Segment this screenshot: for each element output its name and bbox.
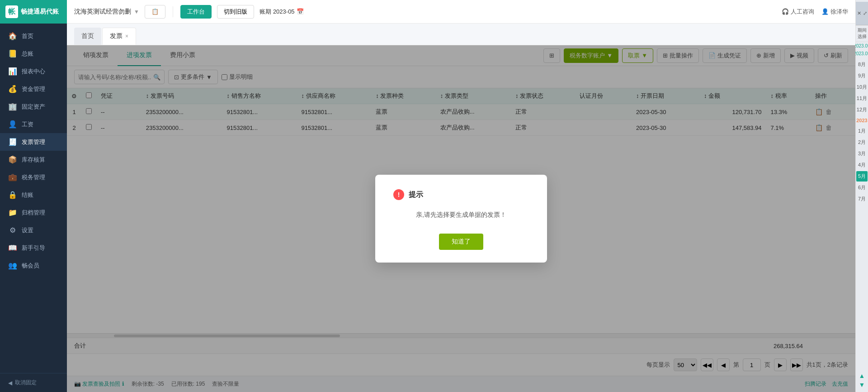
- sidebar-item-label: 报表中心: [22, 67, 45, 76]
- month-8[interactable]: 8月: [856, 59, 867, 70]
- modal-message: 亲,请先选择要生成单据的发票！: [416, 211, 506, 219]
- assets-icon: 🏢: [8, 102, 17, 111]
- switch-version-button[interactable]: 切到旧版: [217, 5, 254, 19]
- panel-nav: ▲ ▼: [859, 370, 865, 390]
- app-name: 畅捷通易代账: [21, 8, 59, 16]
- modal-warning-icon: !: [393, 189, 404, 200]
- content-area: 销项发票 进项发票 费用小票 ⊞ 税务数字账户 ▼ 取票 ▼ ⊞: [67, 45, 855, 392]
- sidebar-item-inventory[interactable]: 📦 库存核算: [0, 151, 67, 168]
- service-icon: 🎧: [782, 8, 789, 15]
- sidebar-item-home[interactable]: 🏠 首页: [0, 27, 67, 45]
- expand-panel-icon[interactable]: ⤢: [863, 10, 867, 16]
- month-1[interactable]: 1月: [856, 126, 867, 136]
- member-icon: 👥: [8, 261, 17, 270]
- home-icon: 🏠: [8, 32, 17, 40]
- service-label: 人工咨询: [791, 8, 814, 16]
- sidebar-item-funds[interactable]: 💰 资金管理: [0, 80, 67, 98]
- sidebar-item-tax[interactable]: 💼 税务管理: [0, 168, 67, 186]
- period-header: 期间选择: [856, 25, 868, 42]
- invoices-icon: 🧾: [8, 138, 17, 146]
- sidebar-item-close[interactable]: 🔒 结账: [0, 186, 67, 204]
- sidebar-item-ledger[interactable]: 📒 总账: [0, 45, 67, 62]
- close-period-icon: 🔒: [8, 191, 17, 199]
- month-2[interactable]: 2月: [856, 137, 867, 148]
- right-panel-header: ✕ ⤢: [856, 2, 868, 25]
- logo-icon: 帐: [5, 5, 18, 18]
- pin-icon: ◀: [8, 380, 12, 386]
- archive-icon: 📁: [8, 208, 17, 217]
- sidebar-item-label: 固定资产: [22, 103, 45, 111]
- inventory-icon: 📦: [8, 155, 17, 164]
- reports-icon: 📊: [8, 67, 17, 76]
- sidebar-item-label: 设置: [22, 226, 33, 234]
- sidebar-nav: 🏠 首页 📒 总账 📊 报表中心 💰 资金管理 🏢 固定资产 👤 工资 🧾 发票…: [0, 24, 67, 373]
- main-content: 沈海英测试经营勿删 ▼ 📋 工作台 切到旧版 账期 2023-05 📅 🎧 人工…: [67, 0, 855, 392]
- app-logo: 帐 畅捷通易代账: [0, 0, 67, 24]
- sidebar: 帐 畅捷通易代账 🏠 首页 📒 总账 📊 报表中心 💰 资金管理 🏢 固定资产 …: [0, 0, 67, 392]
- tab-invoice[interactable]: 发票 ×: [102, 28, 136, 45]
- sidebar-item-member[interactable]: 👥 畅会员: [0, 257, 67, 274]
- month-11[interactable]: 11月: [856, 93, 867, 104]
- sidebar-item-payroll[interactable]: 👤 工资: [0, 115, 67, 133]
- workspace-button[interactable]: 工作台: [180, 5, 212, 19]
- company-copy-button[interactable]: 📋: [145, 5, 165, 19]
- right-panel: ✕ ⤢ 期间选择 2023.05 2023.05 8月 9月 10月 11月 1…: [855, 0, 868, 392]
- modal-overlay[interactable]: ! 提示 亲,请先选择要生成单据的发票！ 知道了: [67, 45, 855, 392]
- month-5[interactable]: 5月: [856, 171, 867, 182]
- tab-invoice-close[interactable]: ×: [125, 33, 128, 39]
- month-9[interactable]: 9月: [856, 71, 867, 81]
- sidebar-item-label: 工资: [22, 120, 33, 129]
- payroll-icon: 👤: [8, 120, 17, 129]
- sidebar-item-label: 畅会员: [22, 262, 39, 270]
- year-2023[interactable]: 2023: [856, 116, 867, 125]
- tab-invoice-label: 发票: [110, 32, 123, 40]
- topbar-divider-1: [173, 6, 173, 17]
- user-icon: 👤: [821, 8, 829, 15]
- user-label: 徐泽华: [830, 8, 848, 16]
- settings-nav-icon: ⚙: [8, 226, 17, 234]
- tab-home[interactable]: 首页: [74, 28, 101, 45]
- sidebar-item-label: 税务管理: [22, 173, 45, 182]
- company-name: 沈海英测试经营勿删: [74, 8, 131, 16]
- sidebar-footer-pin[interactable]: ◀ 取消固定: [0, 373, 67, 392]
- month-3[interactable]: 3月: [856, 148, 867, 159]
- company-selector[interactable]: 沈海英测试经营勿删 ▼: [74, 8, 139, 16]
- panel-down-icon[interactable]: ▼: [859, 381, 865, 388]
- modal-title: 提示: [409, 190, 423, 200]
- right-panel-months: 8月 9月 10月 11月 12月 2023 1月 2月 3月 4月 5月 6月…: [856, 57, 867, 370]
- tax-icon: 💼: [8, 173, 17, 182]
- sidebar-item-label: 发票管理: [22, 138, 45, 146]
- sidebar-item-reports[interactable]: 📊 报表中心: [0, 62, 67, 80]
- sidebar-footer-label: 取消固定: [15, 379, 37, 387]
- page-tabs: 首页 发票 ×: [67, 24, 855, 45]
- ledger-icon: 📒: [8, 49, 17, 58]
- month-7[interactable]: 7月: [856, 194, 867, 204]
- month-12[interactable]: 12月: [856, 105, 867, 115]
- period-display: 账期 2023-05 📅: [259, 8, 304, 16]
- calendar-icon: 📅: [297, 8, 304, 15]
- sidebar-item-assets[interactable]: 🏢 固定资产: [0, 98, 67, 115]
- tab-home-label: 首页: [81, 32, 94, 40]
- panel-up-icon[interactable]: ▲: [859, 372, 865, 379]
- modal-title-row: ! 提示: [393, 189, 423, 200]
- sidebar-item-label: 结账: [22, 191, 33, 199]
- user-menu[interactable]: 👤 徐泽华: [821, 8, 848, 16]
- sidebar-item-label: 总账: [22, 50, 33, 58]
- sidebar-item-label: 资金管理: [22, 85, 45, 93]
- close-panel-icon[interactable]: ✕: [857, 10, 861, 16]
- funds-icon: 💰: [8, 85, 17, 93]
- sidebar-item-label: 新手引导: [22, 244, 45, 252]
- company-chevron-icon: ▼: [134, 9, 139, 15]
- sidebar-item-invoices[interactable]: 🧾 发票管理: [0, 133, 67, 151]
- service-button[interactable]: 🎧 人工咨询: [782, 8, 814, 16]
- sidebar-item-label: 归档管理: [22, 209, 45, 217]
- sidebar-item-label: 首页: [22, 32, 33, 40]
- period-label: 账期: [259, 8, 271, 16]
- month-6[interactable]: 6月: [856, 182, 867, 193]
- month-10[interactable]: 10月: [856, 82, 867, 92]
- sidebar-item-guide[interactable]: 📖 新手引导: [0, 239, 67, 257]
- sidebar-item-settings[interactable]: ⚙ 设置: [0, 221, 67, 239]
- sidebar-item-archive[interactable]: 📁 归档管理: [0, 204, 67, 221]
- month-4[interactable]: 4月: [856, 160, 867, 170]
- modal-confirm-button[interactable]: 知道了: [439, 234, 483, 250]
